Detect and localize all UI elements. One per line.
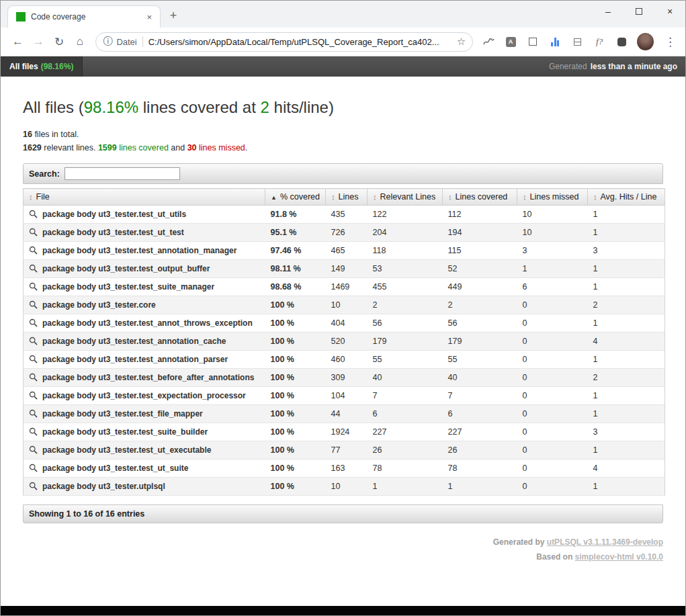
chart-icon[interactable] xyxy=(549,36,561,48)
minimize-button[interactable]: – xyxy=(593,1,624,22)
bookmark-star-icon[interactable]: ☆ xyxy=(457,36,466,48)
back-button[interactable]: ← xyxy=(9,32,27,51)
file-cell[interactable]: package body ut3_tester.utplsql xyxy=(24,478,265,496)
screenshot-icon[interactable] xyxy=(527,36,539,48)
file-cell[interactable]: package body ut3_tester.test_annotation_… xyxy=(24,242,265,260)
table-row[interactable]: package body ut3_tester.test_suite_manag… xyxy=(24,278,665,296)
file-cell[interactable]: package body ut3_tester.test_suite_build… xyxy=(24,423,265,441)
simplecov-html-link[interactable]: simplecov-html v0.10.0 xyxy=(575,552,663,562)
file-cell[interactable]: package body ut3_tester.core xyxy=(24,296,265,314)
column-header[interactable]: ↕File xyxy=(24,189,265,206)
maximize-button[interactable] xyxy=(624,1,654,22)
file-cell[interactable]: package body ut3_tester.test_annot_throw… xyxy=(24,314,265,333)
percent-covered-cell: 100 % xyxy=(265,405,326,423)
file-name[interactable]: package body ut3_tester.test_annot_throw… xyxy=(42,318,253,328)
table-row[interactable]: package body ut3_tester.test_ut_test95.1… xyxy=(24,224,665,242)
table-row[interactable]: package body ut3_tester.test_annotation_… xyxy=(24,351,665,369)
file-name[interactable]: package body ut3_tester.test_ut_suite xyxy=(42,464,188,473)
file-cell[interactable]: package body ut3_tester.test_file_mapper xyxy=(24,405,265,423)
address-bar[interactable]: ⓘ Datei C:/Users/simon/AppData/Local/Tem… xyxy=(95,32,473,52)
lines-covered-cell: 194 xyxy=(443,224,517,242)
browser-tab[interactable]: Code coverage × xyxy=(7,5,161,28)
file-cell[interactable]: package body ut3_tester.test_ut_test xyxy=(24,224,265,242)
table-row[interactable]: package body ut3_tester.utplsql100 %1011… xyxy=(24,478,665,496)
table-row[interactable]: package body ut3_tester.test_file_mapper… xyxy=(24,405,665,423)
file-name[interactable]: package body ut3_tester.utplsql xyxy=(42,482,165,491)
forward-button[interactable]: → xyxy=(30,32,48,51)
profile-avatar[interactable] xyxy=(637,33,654,50)
lines-cell: 309 xyxy=(326,369,368,387)
table-row[interactable]: package body ut3_tester.test_before_afte… xyxy=(24,369,665,387)
table-row[interactable]: package body ut3_tester.test_expectation… xyxy=(24,387,665,405)
table-row[interactable]: package body ut3_tester.test_annotation_… xyxy=(24,333,665,351)
file-cell[interactable]: package body ut3_tester.test_expectation… xyxy=(24,387,265,405)
reload-button[interactable]: ↻ xyxy=(50,32,69,51)
site-chip-label: Datei xyxy=(116,37,136,47)
column-header[interactable]: ↕Lines xyxy=(326,189,368,206)
file-name[interactable]: package body ut3_tester.test_ut_utils xyxy=(42,210,186,219)
site-info-icon[interactable]: ⓘ xyxy=(103,36,112,48)
font-question-icon[interactable]: f? xyxy=(593,36,605,48)
column-header[interactable]: ▲% covered xyxy=(265,189,326,206)
file-name[interactable]: package body ut3_tester.test_ut_test xyxy=(42,228,184,237)
table-row[interactable]: package body ut3_tester.test_ut_utils91.… xyxy=(24,206,665,224)
table-row[interactable]: package body ut3_tester.test_output_buff… xyxy=(24,260,665,278)
home-button[interactable]: ⌂ xyxy=(71,32,89,51)
magnifier-icon xyxy=(29,409,38,418)
file-cell[interactable]: package body ut3_tester.test_suite_manag… xyxy=(24,278,265,296)
file-cell[interactable]: package body ut3_tester.test_output_buff… xyxy=(24,260,265,278)
coverage-table: ↕File▲% covered↕Lines↕Relevant Lines↕Lin… xyxy=(23,188,665,496)
avg-hits-cell: 3 xyxy=(588,423,665,441)
browser-menu-button[interactable]: ⋮ xyxy=(662,35,679,49)
column-header[interactable]: ↕Lines covered xyxy=(443,189,517,206)
file-name[interactable]: package body ut3_tester.test_expectation… xyxy=(42,391,246,400)
file-name[interactable]: package body ut3_tester.test_file_mapper xyxy=(42,409,203,419)
file-name[interactable]: package body ut3_tester.test_annotation_… xyxy=(42,337,226,346)
file-cell[interactable]: package body ut3_tester.test_annotation_… xyxy=(24,333,265,351)
file-name[interactable]: package body ut3_tester.test_suite_build… xyxy=(42,427,208,437)
file-name[interactable]: package body ut3_tester.test_ut_executab… xyxy=(42,445,211,455)
lines-covered-cell: 449 xyxy=(443,278,517,296)
signature-icon[interactable] xyxy=(482,36,495,48)
file-name[interactable]: package body ut3_tester.core xyxy=(42,300,156,310)
table-row[interactable]: package body ut3_tester.test_ut_executab… xyxy=(24,441,665,459)
table-row[interactable]: package body ut3_tester.test_suite_build… xyxy=(24,423,665,441)
file-cell[interactable]: package body ut3_tester.test_ut_suite xyxy=(24,459,265,478)
column-header[interactable]: ↕Relevant Lines xyxy=(368,189,443,206)
new-tab-button[interactable]: + xyxy=(163,5,183,26)
search-input[interactable] xyxy=(65,167,180,180)
utplsql-version-link[interactable]: utPLSQL v3.1.11.3469-develop xyxy=(547,537,663,547)
file-name[interactable]: package body ut3_tester.test_annotation_… xyxy=(42,246,237,255)
url-text[interactable]: C:/Users/simon/AppData/Local/Temp/utPLSQ… xyxy=(148,37,453,47)
acrobat-icon[interactable]: A xyxy=(505,36,517,48)
file-cell[interactable]: package body ut3_tester.test_ut_executab… xyxy=(24,441,265,459)
lines-cell: 10 xyxy=(326,478,368,496)
file-name[interactable]: package body ut3_tester.test_output_buff… xyxy=(42,264,210,273)
chip-divider xyxy=(142,36,143,47)
table-row[interactable]: package body ut3_tester.test_annot_throw… xyxy=(24,314,665,333)
table-row[interactable]: package body ut3_tester.test_ut_suite100… xyxy=(24,459,665,478)
tab-close-icon[interactable]: × xyxy=(144,12,155,22)
close-button[interactable]: × xyxy=(654,1,685,22)
package-icon[interactable] xyxy=(571,36,583,48)
acrobat-letter: A xyxy=(506,37,516,47)
table-row[interactable]: package body ut3_tester.test_annotation_… xyxy=(24,242,665,260)
lines-missed-cell: 6 xyxy=(517,278,588,296)
file-cell[interactable]: package body ut3_tester.test_ut_utils xyxy=(24,206,265,224)
table-row[interactable]: package body ut3_tester.core100 %102202 xyxy=(24,296,665,314)
tab-title: Code coverage xyxy=(31,12,144,21)
column-header[interactable]: ↕Avg. Hits / Line xyxy=(588,189,665,206)
title-pre: All files ( xyxy=(23,98,84,116)
file-name[interactable]: package body ut3_tester.test_suite_manag… xyxy=(42,282,214,292)
file-cell[interactable]: package body ut3_tester.test_annotation_… xyxy=(24,351,265,369)
column-header[interactable]: ↕Lines missed xyxy=(517,189,588,206)
sort-both-icon: ↕ xyxy=(523,193,527,201)
and-text: and xyxy=(169,143,187,152)
all-files-tab[interactable]: All files (98.16%) xyxy=(1,56,83,77)
all-files-tab-percent: (98.16%) xyxy=(41,62,74,71)
extension-icon[interactable] xyxy=(615,36,628,48)
file-name[interactable]: package body ut3_tester.test_before_afte… xyxy=(42,373,254,382)
file-cell[interactable]: package body ut3_tester.test_before_afte… xyxy=(24,369,265,387)
file-name[interactable]: package body ut3_tester.test_annotation_… xyxy=(42,355,228,364)
title-percent: 98.16% xyxy=(84,98,138,116)
